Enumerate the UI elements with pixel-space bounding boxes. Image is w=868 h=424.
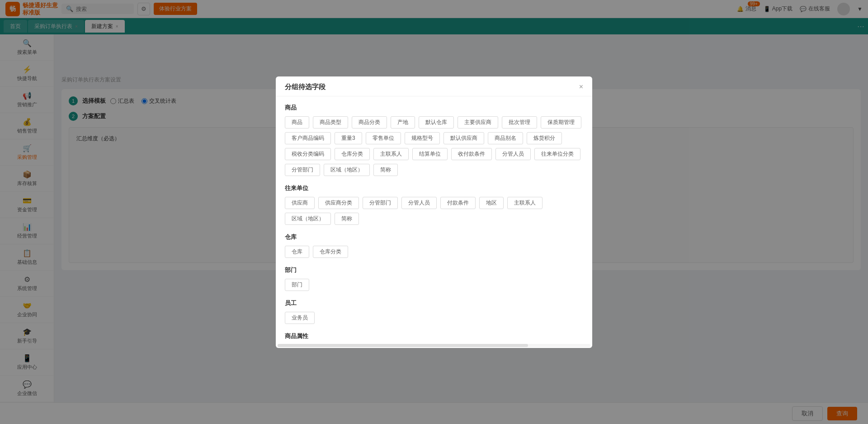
field-tag[interactable]: 商品分类: [352, 116, 387, 129]
field-tag[interactable]: 产地: [391, 116, 415, 129]
modal-body: 商品 商品 商品类型 商品分类 产地 默认仓库 主要供应商 批次管理 保质期管理…: [276, 96, 592, 344]
field-tag[interactable]: 重量3: [335, 132, 362, 144]
field-tag[interactable]: 税收分类编码: [285, 148, 331, 160]
field-select-modal: 分组待选字段 × 商品 商品 商品类型 商品分类 产地 默认仓库 主要供应商 批…: [276, 76, 592, 348]
section-department-title: 部门: [285, 266, 583, 274]
field-tag[interactable]: 分管人员: [401, 197, 437, 209]
section-attributes-title: 商品属性: [285, 332, 583, 340]
field-tag[interactable]: 收付款条件: [451, 148, 492, 160]
section-warehouse: 仓库 仓库 仓库分类: [285, 233, 583, 258]
field-tag[interactable]: 保质期管理: [541, 116, 581, 129]
section-employee-fields: 业务员: [285, 312, 583, 324]
field-tag[interactable]: 商品类型: [313, 116, 348, 129]
modal-title: 分组待选字段: [285, 83, 326, 91]
section-warehouse-fields: 仓库 仓库分类: [285, 246, 583, 258]
field-tag[interactable]: 往来单位分类: [534, 148, 580, 160]
field-tag[interactable]: 仓库: [285, 246, 309, 258]
modal-scrollbar-h[interactable]: [278, 344, 590, 347]
section-goods: 商品 商品 商品类型 商品分类 产地 默认仓库 主要供应商 批次管理 保质期管理…: [285, 104, 583, 176]
field-tag[interactable]: 炼货积分: [527, 132, 562, 144]
field-tag[interactable]: 区域（地区）: [324, 164, 370, 176]
modal-overlay[interactable]: 分组待选字段 × 商品 商品 商品类型 商品分类 产地 默认仓库 主要供应商 批…: [0, 0, 868, 424]
field-tag[interactable]: 商品: [285, 116, 309, 129]
field-tag[interactable]: 主联系人: [373, 148, 409, 160]
field-tag[interactable]: 付款条件: [440, 197, 476, 209]
section-goods-title: 商品: [285, 104, 583, 112]
field-tag[interactable]: 主联系人: [507, 197, 542, 209]
field-tag[interactable]: 区域（地区）: [285, 213, 331, 225]
section-goods-fields: 商品 商品类型 商品分类 产地 默认仓库 主要供应商 批次管理 保质期管理 客户…: [285, 116, 583, 176]
field-tag[interactable]: 结算单位: [412, 148, 448, 160]
field-tag[interactable]: 主要供应商: [458, 116, 498, 129]
modal-scrollbar-thumb: [278, 344, 528, 347]
section-attributes: 商品属性 属性 颜色 多规格 尺码 鞋码 1: [285, 332, 583, 344]
field-tag[interactable]: 批次管理: [502, 116, 537, 129]
section-employee-title: 员工: [285, 299, 583, 307]
modal-header: 分组待选字段 ×: [276, 76, 592, 96]
field-tag[interactable]: 供应商分类: [318, 197, 359, 209]
field-tag[interactable]: 部门: [285, 279, 309, 291]
field-tag[interactable]: 默认仓库: [419, 116, 454, 129]
field-tag[interactable]: 仓库分类: [313, 246, 348, 258]
field-tag[interactable]: 供应商: [285, 197, 315, 209]
field-tag[interactable]: 简称: [335, 213, 359, 225]
field-tag[interactable]: 默认供应商: [443, 132, 484, 144]
field-tag[interactable]: 简称: [373, 164, 398, 176]
section-partner-title: 往来单位: [285, 184, 583, 192]
field-tag[interactable]: 业务员: [285, 312, 315, 324]
field-tag[interactable]: 商品别名: [488, 132, 523, 144]
field-tag[interactable]: 分管人员: [495, 148, 531, 160]
section-employee: 员工 业务员: [285, 299, 583, 324]
field-tag[interactable]: 分管部门: [285, 164, 320, 176]
section-department-fields: 部门: [285, 279, 583, 291]
field-tag[interactable]: 地区: [479, 197, 504, 209]
section-warehouse-title: 仓库: [285, 233, 583, 241]
field-tag[interactable]: 客户商品编码: [285, 132, 331, 144]
field-tag[interactable]: 分管部门: [363, 197, 398, 209]
section-department: 部门 部门: [285, 266, 583, 291]
section-partner: 往来单位 供应商 供应商分类 分管部门 分管人员 付款条件 地区 主联系人 区域…: [285, 184, 583, 225]
field-tag[interactable]: 仓库分类: [335, 148, 370, 160]
field-tag[interactable]: 规格型号: [405, 132, 440, 144]
field-tag[interactable]: 零售单位: [366, 132, 401, 144]
modal-close-button[interactable]: ×: [579, 83, 583, 91]
section-partner-fields: 供应商 供应商分类 分管部门 分管人员 付款条件 地区 主联系人 区域（地区） …: [285, 197, 583, 225]
